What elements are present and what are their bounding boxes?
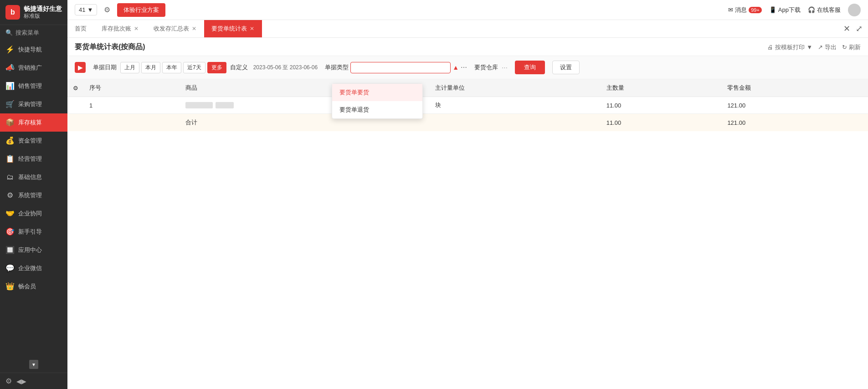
row-no-cell: 1 — [84, 97, 180, 114]
sidebar-collapse-icon[interactable]: ◀▶ — [16, 378, 26, 385]
date-filter-group: 单据日期 上月 本月 本年 近7天 更多 自定义 2023-05-06 至 20… — [93, 62, 318, 73]
product-placeholder-1 — [185, 102, 213, 108]
sidebar: b 畅捷通好生意 标准版 🔍 搜索菜单 ⚡ 快捷导航 📣 营销推广 📊 销售管理… — [0, 0, 67, 389]
page-inner: 要货单统计表(按商品) 🖨 按模板打印 ▼ ↗ 导出 ↻ 刷新 — [67, 38, 868, 389]
refresh-icon: ↻ — [842, 44, 847, 51]
sidebar-item-inventory[interactable]: 📦 库存核算 — [0, 113, 67, 132]
enterprise-icon: 🤝 — [5, 209, 15, 218]
marketing-icon: 📣 — [5, 63, 15, 72]
topbar-gear-button[interactable]: ⚙ — [101, 4, 113, 16]
product-placeholder-2 — [216, 102, 234, 108]
order-type-label: 单据类型 — [325, 63, 349, 72]
data-table: ⚙ 序号 商品 主计量单位 主数量 零售金额 1 — [67, 79, 868, 131]
filter-settings-button[interactable]: 设置 — [552, 61, 580, 74]
date-btn-last-7days[interactable]: 近7天 — [183, 62, 205, 73]
refresh-button[interactable]: ↻ 刷新 — [842, 43, 861, 51]
tab-order-stats-close[interactable]: ✕ — [250, 26, 254, 32]
online-service-button[interactable]: 🎧 在线客服 — [808, 6, 841, 14]
sidebar-item-system[interactable]: ⚙ 系统管理 — [0, 186, 67, 205]
page-content: 要货单统计表(按商品) 🖨 按模板打印 ▼ ↗ 导出 ↻ 刷新 — [67, 38, 868, 389]
row-quantity-cell: 11.00 — [601, 97, 722, 114]
logo-text: 畅捷通好生意 标准版 — [24, 5, 62, 20]
sidebar-item-app-center[interactable]: 🔲 应用中心 — [0, 241, 67, 259]
table-settings-icon[interactable]: ⚙ — [73, 85, 78, 92]
tabs-bar: 首页 库存批次账 ✕ 收发存汇总表 ✕ 要货单统计表 ✕ ✕ ⤢ — [67, 20, 868, 38]
logo-icon: b — [5, 5, 20, 20]
trial-button[interactable]: 体验行业方案 — [117, 3, 165, 17]
date-btn-this-month[interactable]: 本月 — [141, 62, 160, 73]
filter-bar: ▶ 单据日期 上月 本月 本年 近7天 更多 自定义 2023-05-06 至 … — [67, 56, 868, 79]
page-title: 要货单统计表(按商品) — [75, 42, 145, 52]
date-btn-more[interactable]: 更多 — [207, 62, 226, 73]
sidebar-item-sales[interactable]: 📊 销售管理 — [0, 77, 67, 95]
warehouse-label: 要货仓库 — [474, 63, 498, 72]
table-header-no: 序号 — [84, 79, 180, 97]
tabs-actions: ✕ ⤢ — [842, 24, 868, 34]
sidebar-item-wechat[interactable]: 💬 企业微信 — [0, 259, 67, 277]
filter-expand-button[interactable]: ▶ — [75, 62, 86, 73]
store-dropdown-icon: ▼ — [87, 6, 93, 13]
date-buttons: 上月 本月 本年 近7天 更多 — [120, 62, 226, 73]
tab-batch-account-close[interactable]: ✕ — [134, 26, 139, 32]
footer-empty-1 — [67, 114, 84, 132]
sidebar-item-guide[interactable]: 🎯 新手引导 — [0, 223, 67, 241]
sales-icon: 📊 — [5, 82, 15, 91]
export-button[interactable]: ↗ 导出 — [818, 43, 837, 51]
tabs-maximize-icon[interactable]: ⤢ — [854, 24, 864, 34]
sidebar-item-base-info[interactable]: 🗂 基础信息 — [0, 168, 67, 186]
sidebar-bottom: ⚙ ◀▶ — [0, 373, 67, 389]
tab-batch-account[interactable]: 库存批次账 ✕ — [94, 20, 146, 37]
table-footer-row: 合计 11.00 121.00 — [67, 114, 868, 132]
print-template-button[interactable]: 🖨 按模板打印 ▼ — [767, 43, 812, 51]
table-row: 1 块 11.00 121.00 — [67, 97, 868, 114]
sidebar-settings-icon[interactable]: ⚙ — [5, 377, 12, 385]
app-download-button[interactable]: 📱 App下载 — [769, 6, 801, 14]
order-type-input[interactable] — [350, 62, 451, 73]
order-type-chevron-up[interactable]: ▲ — [452, 64, 459, 71]
date-filter-label: 单据日期 — [93, 63, 117, 72]
tab-home[interactable]: 首页 — [67, 20, 94, 37]
table-header-settings[interactable]: ⚙ — [67, 79, 84, 97]
tabs-close-all-icon[interactable]: ✕ — [842, 24, 852, 34]
topbar-left: 41 ▼ ⚙ 体验行业方案 — [75, 3, 723, 17]
sidebar-item-member[interactable]: 👑 畅会员 — [0, 277, 67, 296]
operations-icon: 📋 — [5, 154, 15, 164]
sidebar-logo: b 畅捷通好生意 标准版 — [0, 0, 67, 25]
tab-order-stats[interactable]: 要货单统计表 ✕ — [204, 20, 262, 37]
warehouse-more[interactable]: ⋯ — [502, 64, 508, 71]
table-container: ⚙ 序号 商品 主计量单位 主数量 零售金额 1 — [67, 79, 868, 131]
sidebar-item-purchase[interactable]: 🛒 采购管理 — [0, 95, 67, 113]
sidebar-search[interactable]: 🔍 搜索菜单 — [0, 25, 67, 41]
store-selector[interactable]: 41 ▼ — [75, 4, 97, 15]
export-icon: ↗ — [818, 44, 823, 51]
footer-empty-3 — [430, 114, 601, 132]
row-amount-cell: 121.00 — [722, 97, 868, 114]
user-avatar[interactable] — [848, 4, 861, 16]
page-actions: 🖨 按模板打印 ▼ ↗ 导出 ↻ 刷新 — [767, 43, 861, 51]
sidebar-item-enterprise[interactable]: 🤝 企业协同 — [0, 205, 67, 223]
date-btn-last-month[interactable]: 上月 — [120, 62, 139, 73]
topbar-right: ✉ 消息 99+ 📱 App下载 🎧 在线客服 — [728, 4, 861, 16]
messages-icon: ✉ — [728, 6, 733, 13]
sidebar-item-operations[interactable]: 📋 经营管理 — [0, 150, 67, 168]
print-icon: 🖨 — [767, 44, 773, 51]
dropdown-item-order-return[interactable]: 要货单退货 — [332, 101, 422, 118]
sidebar-item-marketing[interactable]: 📣 营销推广 — [0, 59, 67, 77]
sidebar-item-finance[interactable]: 💰 资金管理 — [0, 132, 67, 150]
scroll-down-btn[interactable]: ▼ — [29, 360, 38, 369]
guide-icon: 🎯 — [5, 227, 15, 236]
table-header-unit: 主计量单位 — [430, 79, 601, 97]
row-settings-cell — [67, 97, 84, 114]
order-type-more[interactable]: ⋯ — [461, 64, 467, 71]
search-icon: 🔍 — [5, 29, 13, 36]
sidebar-item-quick-nav[interactable]: ⚡ 快捷导航 — [0, 41, 67, 59]
date-btn-this-year[interactable]: 本年 — [162, 62, 181, 73]
row-unit-cell: 块 — [430, 97, 601, 114]
page-header: 要货单统计表(按商品) 🖨 按模板打印 ▼ ↗ 导出 ↻ 刷新 — [67, 38, 868, 56]
query-button[interactable]: 查询 — [515, 61, 545, 74]
messages-badge: 99+ — [749, 7, 762, 13]
messages-button[interactable]: ✉ 消息 99+ — [728, 6, 762, 14]
tab-receive-summary[interactable]: 收发存汇总表 ✕ — [146, 20, 204, 37]
tab-receive-summary-close[interactable]: ✕ — [192, 26, 196, 32]
dropdown-item-order-goods[interactable]: 要货单要货 — [332, 84, 422, 101]
